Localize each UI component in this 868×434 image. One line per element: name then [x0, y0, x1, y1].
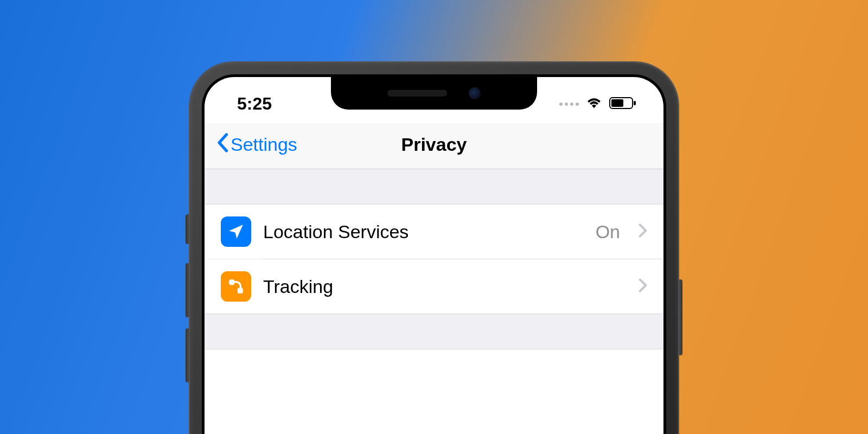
cellular-dots-icon	[559, 103, 579, 106]
battery-icon	[609, 97, 636, 112]
svg-rect-1	[611, 99, 623, 107]
row-label: Location Services	[263, 221, 584, 242]
volume-down-button	[186, 328, 190, 382]
section-spacer	[205, 169, 663, 205]
phone-bezel: 5:25	[202, 74, 666, 434]
volume-up-button	[186, 263, 190, 317]
back-label: Settings	[231, 134, 297, 155]
power-button	[678, 279, 682, 355]
speaker-grille	[387, 90, 447, 97]
phone-frame: 5:25	[190, 62, 678, 434]
status-indicators	[559, 97, 636, 112]
status-time: 5:25	[237, 94, 272, 114]
back-button[interactable]: Settings	[216, 133, 297, 157]
mute-switch	[186, 214, 190, 244]
tracking-row[interactable]: Tracking	[205, 259, 663, 314]
settings-content: Location Services On	[205, 169, 663, 349]
row-value: On	[596, 221, 620, 242]
front-camera	[469, 87, 481, 99]
section-spacer	[205, 314, 663, 349]
phone-screen: 5:25	[205, 77, 663, 434]
chevron-right-icon	[639, 278, 647, 295]
wifi-icon	[585, 97, 603, 112]
chevron-right-icon	[639, 223, 647, 240]
location-services-row[interactable]: Location Services On	[205, 205, 663, 259]
chevron-left-icon	[216, 133, 228, 157]
row-label: Tracking	[263, 276, 608, 297]
navigation-bar: Settings Privacy	[205, 123, 663, 169]
svg-rect-2	[634, 101, 636, 105]
tracking-icon	[221, 271, 251, 302]
location-arrow-icon	[221, 216, 251, 247]
phone-notch	[331, 77, 537, 110]
page-title: Privacy	[401, 134, 467, 155]
